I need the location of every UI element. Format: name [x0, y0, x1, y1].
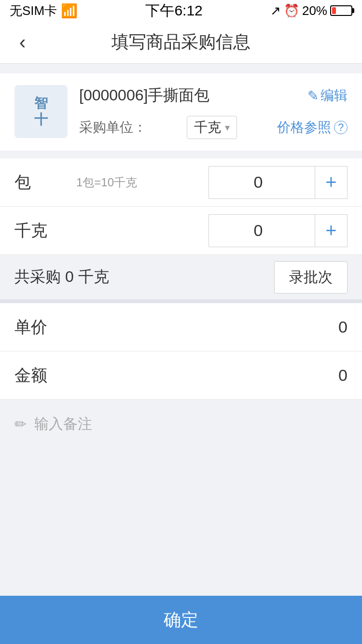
status-bar: 无SIM卡 📶 下午6:12 ↗ ⏰ 20%	[0, 0, 362, 21]
content-area	[0, 448, 362, 603]
input-section: 包 1包=10千克 + 千克 +	[0, 158, 362, 255]
unit-label: 采购单位：	[79, 118, 147, 137]
pack-input-row: 包 1包=10千克 +	[0, 158, 362, 207]
carrier-label: 无SIM卡	[10, 2, 57, 19]
status-time: 下午6:12	[145, 1, 202, 21]
status-left: 无SIM卡 📶	[10, 2, 78, 19]
pencil-icon: ✏	[14, 416, 27, 433]
product-image: 智 十	[14, 85, 68, 138]
kg-plus-button[interactable]: +	[315, 214, 348, 247]
pack-sublabel: 1包=10千克	[76, 175, 209, 190]
product-name-row: [0000006]手撕面包 ✎ 编辑	[79, 85, 348, 106]
chevron-down-icon: ▾	[225, 122, 230, 133]
amount-row: 金额 0	[0, 351, 362, 400]
product-info: [0000006]手撕面包 ✎ 编辑 采购单位： 千克 ▾ 价格参照 ?	[79, 85, 348, 139]
product-logo: 智 十	[34, 95, 48, 127]
section-divider-1	[0, 154, 362, 158]
status-right: ↗ ⏰ 20%	[270, 3, 352, 18]
page-title: 填写商品采购信息	[111, 30, 251, 54]
unit-price-value: 0	[338, 318, 348, 336]
record-batch-button[interactable]: 录批次	[274, 261, 348, 294]
back-button[interactable]: ‹	[14, 27, 30, 58]
remark-placeholder: 输入备注	[34, 414, 92, 434]
unit-price-label: 单价	[14, 316, 47, 338]
price-ref-button[interactable]: 价格参照 ?	[277, 118, 348, 137]
pack-label: 包	[14, 171, 72, 194]
product-card: 智 十 [0000006]手撕面包 ✎ 编辑 采购单位： 千克 ▾ 价格参照 ?	[0, 73, 362, 154]
battery-icon	[330, 5, 352, 16]
kg-label: 千克	[14, 220, 72, 242]
pack-plus-button[interactable]: +	[315, 166, 348, 199]
price-section: 单价 0 金额 0	[0, 303, 362, 400]
alarm-icon: ⏰	[284, 3, 299, 18]
confirm-button[interactable]: 确定	[0, 596, 362, 644]
unit-price-row: 单价 0	[0, 303, 362, 351]
wifi-icon: 📶	[61, 3, 78, 19]
remark-row[interactable]: ✏ 输入备注	[0, 400, 362, 448]
product-name: [0000006]手撕面包	[79, 85, 209, 106]
unit-select[interactable]: 千克 ▾	[187, 116, 237, 139]
kg-input-wrap: +	[209, 214, 348, 247]
pack-quantity-input[interactable]	[209, 166, 315, 199]
unit-row: 采购单位： 千克 ▾ 价格参照 ?	[79, 116, 348, 139]
total-text: 共采购 0 千克	[14, 266, 109, 288]
kg-input-row: 千克 +	[0, 207, 362, 255]
total-row: 共采购 0 千克 录批次	[0, 255, 362, 303]
battery-percent: 20%	[302, 3, 327, 18]
amount-label: 金额	[14, 364, 47, 387]
nav-bar: ‹ 填写商品采购信息	[0, 21, 362, 64]
kg-quantity-input[interactable]	[209, 214, 315, 247]
info-icon: ?	[334, 121, 348, 134]
pack-input-wrap: +	[209, 166, 348, 199]
edit-button[interactable]: ✎ 编辑	[307, 86, 348, 105]
amount-value: 0	[338, 366, 348, 385]
edit-icon: ✎	[307, 88, 319, 104]
location-icon: ↗	[270, 3, 281, 18]
